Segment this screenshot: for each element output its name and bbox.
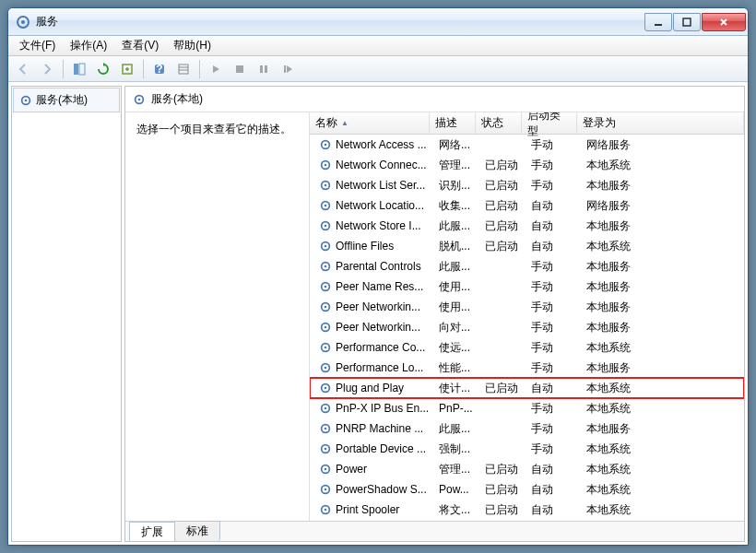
svg-point-49 [325, 428, 327, 430]
column-headers: 名称▲ 描述 状态 启动类型 登录为 [310, 112, 744, 135]
menu-file[interactable]: 文件(F) [12, 36, 63, 55]
cell-desc: 收集... [435, 198, 481, 214]
titlebar[interactable]: 服务 [8, 8, 748, 36]
forward-button[interactable] [36, 58, 58, 80]
cell-logon: 本地服务 [583, 300, 744, 315]
svg-point-41 [325, 347, 327, 349]
svg-point-43 [325, 367, 327, 370]
service-row[interactable]: Offline Files脱机...已启动自动本地系统 [310, 236, 744, 256]
gear-icon [319, 503, 332, 516]
service-row[interactable]: Peer Networkin...向对...手动本地服务 [310, 317, 744, 337]
col-name[interactable]: 名称▲ [310, 112, 430, 134]
cell-desc: 网络... [435, 137, 481, 153]
service-row[interactable]: Print Spooler将文...已启动自动本地系统 [310, 500, 744, 520]
gear-icon [319, 422, 332, 435]
service-row[interactable]: Network List Ser...识别...已启动手动本地服务 [310, 175, 744, 195]
cell-startup: 自动 [527, 218, 583, 234]
svg-rect-9 [179, 65, 188, 74]
svg-point-23 [325, 164, 327, 167]
window-controls [644, 13, 746, 31]
svg-point-1 [21, 20, 25, 24]
svg-point-53 [325, 468, 327, 471]
menu-view[interactable]: 查看(V) [114, 36, 166, 55]
start-service-button[interactable] [205, 58, 227, 80]
tree-node-services-local[interactable]: 服务(本地) [13, 88, 120, 112]
properties-button[interactable] [172, 58, 195, 80]
export-button[interactable] [116, 58, 138, 80]
cell-desc: 管理... [435, 462, 481, 477]
svg-point-57 [325, 509, 327, 512]
service-row[interactable]: Peer Networkin...使用...手动本地服务 [310, 297, 744, 317]
gear-icon [133, 93, 146, 106]
help-button[interactable]: ? [148, 58, 171, 80]
cell-name: Parental Controls [315, 260, 435, 273]
cell-desc: 使用... [435, 279, 481, 295]
service-row[interactable]: Network Connec...管理...已启动手动本地系统 [310, 155, 744, 175]
cell-logon: 本地服务 [583, 421, 744, 437]
view-tabs: 扩展 标准 [125, 521, 744, 541]
gear-icon [319, 240, 332, 253]
cell-startup: 自动 [527, 239, 583, 254]
col-status[interactable]: 状态 [476, 112, 522, 134]
description-prompt: 选择一个项目来查看它的描述。 [136, 122, 298, 137]
col-logon[interactable]: 登录为 [577, 112, 744, 134]
back-button[interactable] [12, 58, 34, 80]
cell-logon: 本地系统 [583, 381, 744, 396]
gear-icon [319, 138, 332, 151]
cell-status: 已启动 [481, 482, 527, 498]
show-hide-tree-button[interactable] [68, 58, 90, 80]
svg-rect-12 [236, 65, 243, 73]
cell-name: Network Locatio... [315, 199, 435, 212]
service-row[interactable]: Network Locatio...收集...已启动自动网络服务 [310, 195, 744, 216]
gear-icon [319, 300, 332, 313]
service-row[interactable]: Peer Name Res...使用...手动本地服务 [310, 276, 744, 297]
service-row[interactable]: Power管理...已启动自动本地系统 [310, 459, 744, 479]
svg-point-29 [325, 225, 327, 228]
cell-name: Network Access ... [315, 138, 435, 151]
svg-rect-14 [265, 65, 267, 73]
service-row[interactable]: Plug and Play使计...已启动自动本地系统 [310, 378, 744, 398]
stop-service-button[interactable] [229, 58, 251, 80]
cell-startup: 手动 [527, 360, 583, 376]
minimize-button[interactable] [644, 13, 672, 31]
cell-logon: 本地服务 [583, 320, 744, 335]
gear-icon [319, 159, 332, 171]
service-row[interactable]: PnP-X IP Bus En...PnP-...手动本地系统 [310, 398, 744, 418]
maximize-button[interactable] [673, 13, 701, 31]
service-row[interactable]: Performance Co...使远...手动本地系统 [310, 337, 744, 358]
cell-startup: 自动 [527, 502, 583, 518]
tree-node-label: 服务(本地) [36, 92, 88, 108]
col-startup[interactable]: 启动类型 [522, 112, 577, 134]
cell-status: 已启动 [481, 462, 527, 477]
cell-status: 已启动 [481, 178, 527, 194]
tree-pane[interactable]: 服务(本地) [11, 86, 122, 542]
cell-startup: 手动 [527, 178, 583, 194]
window-title: 服务 [36, 14, 644, 29]
content-area: 服务(本地) 服务(本地) 选择一个项目来查看它的描述。 名称▲ 描述 状态 启… [8, 82, 748, 545]
service-row[interactable]: PowerShadow S...Pow...已启动自动本地系统 [310, 479, 744, 500]
cell-name: Performance Co... [315, 341, 435, 354]
cell-name: Network Store I... [315, 219, 435, 232]
menu-help[interactable]: 帮助(H) [166, 36, 219, 55]
service-row[interactable]: Portable Device ...强制...手动本地系统 [310, 439, 744, 459]
col-desc[interactable]: 描述 [430, 112, 476, 134]
cell-logon: 本地服务 [583, 218, 744, 234]
svg-point-25 [325, 184, 327, 187]
refresh-button[interactable] [92, 58, 114, 80]
service-row[interactable]: Network Access ...网络...手动网络服务 [310, 135, 744, 155]
service-row[interactable]: Performance Lo...性能...手动本地服务 [310, 358, 744, 378]
menu-action[interactable]: 操作(A) [63, 36, 114, 55]
cell-logon: 本地服务 [583, 360, 744, 376]
service-row[interactable]: Network Store I...此服...已启动自动本地服务 [310, 216, 744, 236]
pause-service-button[interactable] [253, 58, 275, 80]
tab-extended[interactable]: 扩展 [129, 522, 175, 542]
close-button[interactable] [702, 13, 746, 31]
restart-service-button[interactable] [277, 58, 299, 80]
tab-standard[interactable]: 标准 [174, 521, 220, 541]
cell-name: Network List Ser... [315, 179, 435, 192]
service-row[interactable]: PNRP Machine ...此服...手动本地服务 [310, 418, 744, 439]
cell-desc: Pow... [435, 483, 481, 496]
service-row[interactable]: Parental Controls此服...手动本地服务 [310, 256, 744, 276]
toolbar: ? [8, 56, 748, 82]
service-rows[interactable]: Network Access ...网络...手动网络服务Network Con… [310, 135, 744, 521]
